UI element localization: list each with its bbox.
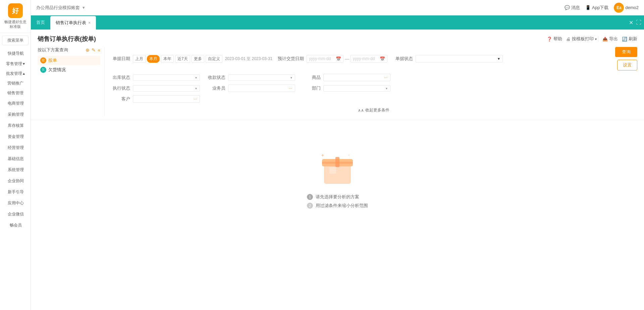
topbar-dropdown-arrow[interactable]: ▾ <box>83 5 85 10</box>
empty-step-2: 2 用过滤条件来缩小分析范围 <box>307 203 368 209</box>
doc-status-select[interactable]: ▾ <box>416 55 503 62</box>
sidebar-item-basic[interactable]: 基础信息 <box>0 153 31 164</box>
app-download-button[interactable]: 📱 App下载 <box>585 5 608 11</box>
user-name: demo2 <box>625 5 639 10</box>
export-button[interactable]: 📤 导出 <box>602 36 618 42</box>
print-label: 按模板打印 <box>572 36 594 42</box>
query-button[interactable]: 查询 <box>615 47 637 57</box>
tab-sales-order[interactable]: 销售订单执行表 × <box>50 16 96 30</box>
out-status-select[interactable]: ▾ <box>133 74 200 81</box>
sidebar-item-newbie[interactable]: 新手引导 <box>0 187 31 198</box>
date-separator: — <box>345 56 349 61</box>
settings-button[interactable]: 设置 <box>617 60 637 70</box>
content-area: 销售订单执行表(按单) ❓ 帮助 🖨 按模板打印 ▾ 📤 导出 <box>31 30 644 310</box>
user-profile[interactable]: Ea demo2 <box>614 3 639 13</box>
sidebar-item-operation[interactable]: 经营管理 <box>0 142 31 153</box>
svg-text:✦: ✦ <box>351 163 353 166</box>
sidebar-item-system[interactable]: 系统管理 <box>0 164 31 175</box>
receipt-status-select[interactable]: ▾ <box>228 74 295 81</box>
tab-close-button[interactable]: × <box>88 20 91 25</box>
sidebar-item-collab[interactable]: 企业协同 <box>0 175 31 187</box>
date-range-display: 2023-03-01 至 2023-03-31 <box>225 56 272 62</box>
out-status-field: 出库状态 ▾ <box>110 74 200 81</box>
sidebar-item-vip[interactable]: 畅会员 <box>0 220 31 231</box>
doc-status-field: 单据状态 ▾ <box>393 55 503 62</box>
sidebar-item-inventory[interactable]: 库存核算 <box>0 120 31 131</box>
scheme-label: 按以下方案查询 <box>38 47 68 53</box>
salesman-select[interactable]: ··· <box>228 85 295 92</box>
sidebar-item-wholesale[interactable]: 批发管理 ▴ <box>0 69 31 79</box>
help-icon: ❓ <box>547 37 552 42</box>
goods-select[interactable]: ··· <box>323 74 390 81</box>
svg-rect-3 <box>322 162 353 164</box>
svg-text:✦: ✦ <box>321 153 325 158</box>
finance-label: 资金管理 <box>8 134 24 139</box>
sidebar-item-retail[interactable]: 零售管理 ▾ <box>0 59 31 69</box>
receipt-status-label: 收款状态 <box>205 74 225 81</box>
collab-label: 企业协同 <box>8 178 24 183</box>
print-template-button[interactable]: 🖨 按模板打印 ▾ <box>566 36 598 42</box>
goods-field: 商品 ··· <box>301 74 390 81</box>
receipt-status-arrow: ▾ <box>290 76 292 80</box>
help-button[interactable]: ❓ 帮助 <box>547 36 562 42</box>
tab-expand-button[interactable]: ⛶ <box>636 19 641 25</box>
export-label: 导出 <box>609 36 618 42</box>
period-last-month[interactable]: 上月 <box>133 55 146 63</box>
period-more[interactable]: 更多 <box>192 55 204 63</box>
period-last-7-days[interactable]: 近7天 <box>175 55 190 63</box>
dept-select[interactable]: ▾ <box>323 85 390 92</box>
filter-row-2: 出库状态 ▾ 收款状态 ▾ <box>110 74 637 81</box>
collapse-button[interactable]: ∧∧ 收起更多条件 <box>358 107 389 113</box>
filter-row-4: 客户 ··· <box>110 95 637 103</box>
sidebar-section-wholesale: 批发管理 ▴ 营销推广 销售管理 <box>0 69 31 98</box>
sales-label: 销售管理 <box>7 91 23 95</box>
empty-step-1: 1 请先选择要分析的方案 <box>307 194 368 200</box>
period-custom[interactable]: 自定义 <box>206 55 222 63</box>
tab-home[interactable]: 首页 <box>31 15 50 30</box>
out-status-label: 出库状态 <box>110 74 130 81</box>
tab-close-window-button[interactable]: ✕ <box>629 19 633 26</box>
refresh-button[interactable]: 🔄 刷新 <box>622 36 637 42</box>
purchase-label: 采购管理 <box>8 112 24 117</box>
tab-sales-label: 销售订单执行表 <box>56 20 86 26</box>
wholesale-label: 批发管理 <box>6 71 22 76</box>
add-scheme-button[interactable]: ⊕ <box>86 47 90 53</box>
operation-label: 经营管理 <box>8 145 24 150</box>
expected-date-end-input[interactable]: yyyy-mm-dd 📅 <box>351 55 387 63</box>
retail-label: 零售管理 <box>6 61 22 67</box>
wechat-label: 企业微信 <box>8 212 24 216</box>
scheme-label-order: 按单 <box>48 57 57 63</box>
sidebar-item-ecommerce[interactable]: 电商管理 <box>0 98 31 109</box>
sidebar-item-purchase[interactable]: 采购管理 <box>0 109 31 120</box>
doc-status-arrow: ▾ <box>498 56 500 61</box>
exec-status-select[interactable]: ▾ <box>133 85 200 92</box>
topbar-right: 💬 消息 📱 App下载 Ea demo2 <box>565 3 639 13</box>
period-this-year[interactable]: 本年 <box>161 55 174 63</box>
collapse-scheme-button[interactable]: « <box>98 47 100 53</box>
appcenter-label: 应用中心 <box>8 201 24 205</box>
sidebar-item-wechat[interactable]: 企业微信 <box>0 209 31 220</box>
collapse-label: 收起更多条件 <box>365 107 389 113</box>
main-area: 办公用品行业模拟账套 ▾ 💬 消息 📱 App下载 Ea demo2 首页 <box>31 0 644 310</box>
sidebar-sub-sales[interactable]: 销售管理 <box>0 88 31 98</box>
sidebar-sub-marketing[interactable]: 营销推广 <box>0 79 31 88</box>
expected-date-label: 预计交货日期 <box>278 56 304 62</box>
goods-label: 商品 <box>301 74 321 81</box>
search-menu-button[interactable]: 搜索菜单 <box>2 36 29 45</box>
customer-field: 客户 ··· <box>110 95 200 103</box>
sidebar-item-appcenter[interactable]: 应用中心 <box>0 198 31 209</box>
sidebar-item-shortcut[interactable]: 快捷导航 <box>0 48 31 59</box>
step1-num: 1 <box>307 194 313 200</box>
dept-label: 部门 <box>301 85 321 91</box>
scheme-item-backorder[interactable]: 欠 欠货情况 <box>38 65 100 74</box>
period-this-month[interactable]: 本月 <box>147 55 160 63</box>
edit-scheme-button[interactable]: ✎ <box>92 47 96 53</box>
sidebar-item-finance[interactable]: 资金管理 <box>0 131 31 142</box>
expected-date-start-input[interactable]: yyyy-mm-dd 📅 <box>307 55 343 63</box>
export-icon: 📤 <box>602 37 608 42</box>
message-button[interactable]: 💬 消息 <box>565 5 580 11</box>
scheme-item-order[interactable]: 按 按单 <box>38 56 100 65</box>
scheme-label-backorder: 欠货情况 <box>48 67 66 73</box>
customer-select[interactable]: ··· <box>133 95 200 103</box>
print-dropdown-arrow: ▾ <box>595 37 597 41</box>
